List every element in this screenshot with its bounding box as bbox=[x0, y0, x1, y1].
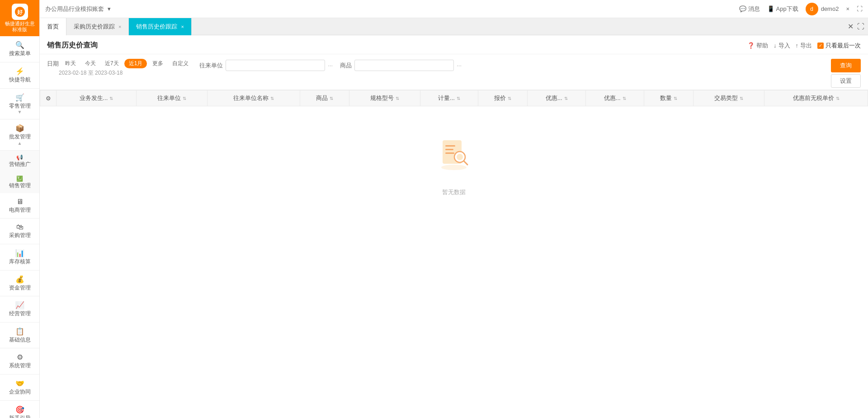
svg-rect-5 bbox=[445, 149, 453, 150]
guide-label: 新手引导 bbox=[9, 415, 31, 418]
sidebar-item-wholesale[interactable]: 📦 批发管理 ▲ bbox=[0, 119, 39, 151]
system-label: 系统管理 bbox=[9, 362, 31, 370]
filter-buttons: 查询 设置 bbox=[831, 59, 861, 88]
th-discount2[interactable]: 优惠... ⇅ bbox=[586, 90, 644, 106]
th-counterpart-code[interactable]: 往来单位 ⇅ bbox=[136, 90, 207, 106]
tab-fullscreen-icon[interactable]: ⛶ bbox=[857, 23, 864, 31]
empty-illustration bbox=[434, 133, 474, 183]
logo-text: 畅捷通好生意 标准版 bbox=[5, 21, 35, 33]
sidebar-item-retail[interactable]: 🛒 零售管理 ▼ bbox=[0, 89, 39, 120]
app-download-button[interactable]: 📱 App下载 bbox=[767, 5, 798, 13]
tab-sales-close[interactable]: × bbox=[181, 24, 184, 29]
app-logo[interactable]: 好 畅捷通好生意 标准版 bbox=[0, 0, 39, 36]
tab-sales-history[interactable]: 销售历史价跟踪 × bbox=[129, 18, 191, 35]
sort-icon-product: ⇅ bbox=[330, 96, 333, 101]
th-counterpart-name[interactable]: 往来单位名称 ⇅ bbox=[207, 90, 300, 106]
product-dots-btn[interactable]: ··· bbox=[457, 62, 462, 69]
sidebar-item-operations[interactable]: 📈 经营管理 bbox=[0, 296, 39, 323]
svg-point-2 bbox=[441, 165, 467, 170]
sidebar-item-quick-nav[interactable]: ⚡ 快捷导航 bbox=[0, 62, 39, 89]
maximize-icon: ⛶ bbox=[857, 5, 863, 12]
finance-icon: 💰 bbox=[15, 275, 24, 284]
sidebar-item-purchase[interactable]: 🛍 采购管理 bbox=[0, 218, 39, 244]
user-menu-button[interactable]: d demo2 bbox=[806, 3, 839, 15]
date-btn-custom[interactable]: 自定义 bbox=[169, 59, 192, 68]
page-header: 销售历史价查询 ❓ 帮助 ↓ 导入 ↑ 导出 ✓ 只看最后一次 bbox=[40, 35, 868, 54]
counterpart-input[interactable] bbox=[226, 60, 325, 71]
th-product[interactable]: 商品 ⇅ bbox=[300, 90, 349, 106]
operations-icon: 📈 bbox=[15, 301, 24, 309]
date-btn-yesterday[interactable]: 昨天 bbox=[61, 59, 80, 68]
retail-icon: 🛒 bbox=[15, 93, 24, 102]
date-btn-last7[interactable]: 近7天 bbox=[101, 59, 123, 68]
sidebar-item-basic-info[interactable]: 📋 基础信息 bbox=[0, 323, 39, 349]
product-input[interactable] bbox=[354, 60, 454, 71]
sort-icon-discount1: ⇅ bbox=[564, 96, 568, 101]
purchase-label: 采购管理 bbox=[9, 232, 31, 239]
wholesale-expand-icon: ▲ bbox=[18, 141, 22, 146]
svg-line-8 bbox=[464, 161, 467, 165]
sidebar-item-marketing[interactable]: 📢 营销推广 bbox=[0, 151, 39, 172]
th-pretax-price[interactable]: 优惠前无税单价 ⇅ bbox=[764, 90, 868, 106]
message-button[interactable]: 💬 消息 bbox=[739, 5, 760, 13]
th-trade-type[interactable]: 交易类型 ⇅ bbox=[693, 90, 764, 106]
help-button[interactable]: ❓ 帮助 bbox=[747, 42, 768, 50]
topbar-title: 办公用品行业模拟账套 bbox=[45, 5, 104, 13]
main-content: 办公用品行业模拟账套 ▾ 💬 消息 📱 App下载 d demo2 × ⛶ bbox=[40, 0, 868, 418]
date-label: 日期 bbox=[47, 60, 59, 68]
tab-home[interactable]: 首页 bbox=[40, 18, 66, 35]
marketing-icon: 📢 bbox=[16, 154, 23, 161]
avatar: d bbox=[806, 3, 818, 15]
window-maximize-button[interactable]: ⛶ bbox=[857, 5, 863, 12]
th-quantity[interactable]: 数量 ⇅ bbox=[644, 90, 693, 106]
tab-purchase-history[interactable]: 采购历史价跟踪 × bbox=[66, 18, 129, 35]
sales-label: 销售管理 bbox=[9, 182, 31, 190]
basic-info-label: 基础信息 bbox=[9, 337, 31, 344]
sidebar-item-ecommerce[interactable]: 🖥 电商管理 bbox=[0, 193, 39, 219]
window-close-button[interactable]: × bbox=[846, 5, 849, 12]
sidebar-menu: 🔍 搜索菜单 ⚡ 快捷导航 🛒 零售管理 ▼ 📦 批发管理 ▲ 📢 营销推广 💹… bbox=[0, 36, 39, 418]
th-unit[interactable]: 计量... ⇅ bbox=[420, 90, 478, 106]
sidebar-item-sales[interactable]: 💹 销售管理 bbox=[0, 172, 39, 193]
retail-expand-icon: ▼ bbox=[18, 109, 22, 114]
topbar-dropdown[interactable]: ▾ bbox=[108, 5, 111, 12]
settings-button[interactable]: 设置 bbox=[831, 74, 861, 88]
sidebar-item-inventory[interactable]: 📊 库存核算 bbox=[0, 244, 39, 271]
topbar-right: 💬 消息 📱 App下载 d demo2 × ⛶ bbox=[739, 3, 863, 15]
page-title: 销售历史价查询 bbox=[47, 41, 98, 50]
date-btn-today[interactable]: 今天 bbox=[81, 59, 99, 68]
query-button[interactable]: 查询 bbox=[831, 59, 861, 72]
ecommerce-icon: 🖥 bbox=[16, 198, 24, 206]
sidebar-item-finance[interactable]: 💰 资金管理 bbox=[0, 271, 39, 297]
sidebar-item-search-menu[interactable]: 🔍 搜索菜单 bbox=[0, 36, 39, 62]
last-only-checkbox[interactable]: ✓ 只看最后一次 bbox=[817, 42, 861, 50]
download-icon: 📱 bbox=[767, 5, 774, 12]
th-discount1[interactable]: 优惠... ⇅ bbox=[528, 90, 586, 106]
import-button[interactable]: ↓ 导入 bbox=[774, 42, 790, 50]
sidebar-item-system[interactable]: ⚙ 系统管理 bbox=[0, 348, 39, 375]
topbar-left: 办公用品行业模拟账套 ▾ bbox=[45, 5, 111, 13]
export-button[interactable]: ↑ 导出 bbox=[796, 42, 812, 50]
inventory-label: 库存核算 bbox=[9, 258, 31, 266]
sidebar-item-enterprise[interactable]: 🤝 企业协同 bbox=[0, 375, 39, 401]
table-header: ⚙ 业务发生... ⇅ 往来单位 ⇅ bbox=[40, 90, 868, 106]
basic-info-icon: 📋 bbox=[15, 327, 24, 336]
th-biz-date[interactable]: 业务发生... ⇅ bbox=[57, 90, 137, 106]
quick-nav-label: 快捷导航 bbox=[9, 76, 31, 84]
sort-icon-quantity: ⇅ bbox=[674, 96, 677, 101]
tab-purchase-label: 采购历史价跟踪 bbox=[74, 23, 115, 31]
tab-close-all-icon[interactable]: ✕ bbox=[848, 22, 854, 31]
date-btn-last1m[interactable]: 近1月 bbox=[124, 59, 147, 68]
empty-text: 暂无数据 bbox=[442, 188, 466, 196]
search-menu-icon: 🔍 bbox=[15, 41, 24, 49]
product-label: 商品 bbox=[340, 62, 352, 70]
counterpart-label: 往来单位 bbox=[199, 62, 223, 70]
tab-purchase-close[interactable]: × bbox=[118, 24, 121, 29]
counterpart-dots-btn[interactable]: ··· bbox=[328, 62, 333, 69]
date-shortcuts: 昨天 今天 近7天 近1月 更多 自定义 bbox=[61, 59, 192, 68]
date-btn-more[interactable]: 更多 bbox=[149, 59, 167, 68]
th-price[interactable]: 报价 ⇅ bbox=[478, 90, 528, 106]
th-spec[interactable]: 规格型号 ⇅ bbox=[349, 90, 420, 106]
sidebar-item-guide[interactable]: 🎯 新手引导 bbox=[0, 401, 39, 418]
th-settings[interactable]: ⚙ bbox=[40, 90, 57, 106]
